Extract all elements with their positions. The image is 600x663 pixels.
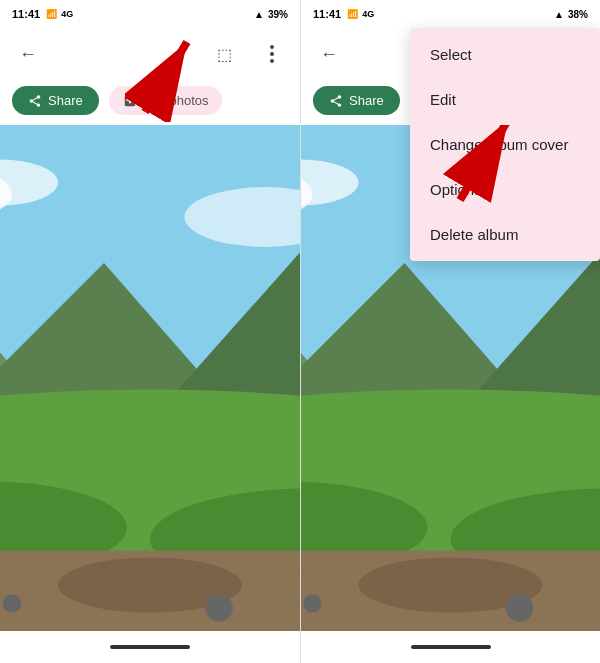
signal-icons-left: 📶 bbox=[46, 9, 57, 19]
share-icon-right bbox=[329, 94, 343, 108]
menu-item-select[interactable]: Select bbox=[410, 32, 600, 77]
battery-right: 38% bbox=[568, 9, 588, 20]
share-button-left[interactable]: Share bbox=[12, 86, 99, 115]
home-indicator-right bbox=[411, 645, 491, 649]
svg-point-39 bbox=[303, 594, 321, 612]
home-indicator-left bbox=[110, 645, 190, 649]
wifi-icon-left: ▲ bbox=[254, 9, 264, 20]
cast-icon: ⬚ bbox=[217, 45, 232, 64]
share-label-right: Share bbox=[349, 93, 384, 108]
app-bar-left: ← ⬚ bbox=[0, 28, 300, 80]
more-button-left[interactable] bbox=[252, 34, 292, 74]
time-right: 11:41 bbox=[313, 8, 341, 20]
share-label-left: Share bbox=[48, 93, 83, 108]
time-left: 11:41 bbox=[12, 8, 40, 20]
dropdown-menu: Select Edit Change album cover Options D… bbox=[410, 28, 600, 261]
share-button-right[interactable]: Share bbox=[313, 86, 400, 115]
add-photos-icon bbox=[123, 94, 137, 108]
status-bar-right: 11:41 📶 4G ▲ 38% bbox=[301, 0, 600, 28]
menu-item-edit[interactable]: Edit bbox=[410, 77, 600, 122]
menu-item-delete[interactable]: Delete album bbox=[410, 212, 600, 257]
svg-point-40 bbox=[506, 594, 534, 622]
svg-point-17 bbox=[3, 594, 21, 612]
back-button-left[interactable]: ← bbox=[8, 34, 48, 74]
bottom-nav-left bbox=[0, 631, 300, 663]
status-bar-left: 11:41 📶 4G ▲ 39% bbox=[0, 0, 300, 28]
back-icon-left: ← bbox=[19, 44, 37, 65]
battery-left: 39% bbox=[268, 9, 288, 20]
data-icon-left: 4G bbox=[61, 9, 73, 19]
dots-icon-left bbox=[270, 45, 274, 63]
svg-point-18 bbox=[205, 594, 233, 622]
add-photos-button[interactable]: Add photos bbox=[109, 86, 223, 115]
back-icon-right: ← bbox=[320, 44, 338, 65]
data-icon-right: 4G bbox=[362, 9, 374, 19]
left-screen: 11:41 📶 4G ▲ 39% ← ⬚ bbox=[0, 0, 300, 663]
signal-icons-right: 📶 bbox=[347, 9, 358, 19]
mountain-svg-left bbox=[0, 125, 300, 631]
menu-item-options[interactable]: Options bbox=[410, 167, 600, 212]
menu-item-change-cover[interactable]: Change album cover bbox=[410, 122, 600, 167]
cast-button[interactable]: ⬚ bbox=[204, 34, 244, 74]
wifi-icon-right: ▲ bbox=[554, 9, 564, 20]
share-icon-left bbox=[28, 94, 42, 108]
right-screen: 11:41 📶 4G ▲ 38% ← bbox=[300, 0, 600, 663]
bottom-nav-right bbox=[301, 631, 600, 663]
add-photos-label: Add photos bbox=[143, 93, 209, 108]
action-row-left: Share Add photos bbox=[0, 80, 300, 125]
photo-area-left bbox=[0, 125, 300, 631]
back-button-right[interactable]: ← bbox=[309, 34, 349, 74]
